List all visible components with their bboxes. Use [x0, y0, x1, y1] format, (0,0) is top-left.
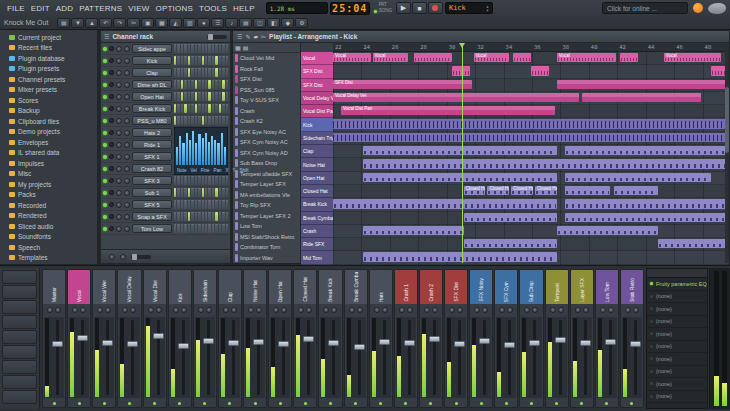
paste-icon[interactable]: ▦ [155, 18, 168, 28]
browser-item-templates[interactable]: Templates [0, 253, 97, 264]
step-cell[interactable] [181, 104, 183, 113]
step-cell[interactable] [222, 92, 224, 101]
step-cell[interactable] [202, 68, 204, 77]
step-cell[interactable] [181, 68, 183, 77]
step-cell[interactable] [208, 104, 210, 113]
step-cell[interactable] [188, 80, 190, 89]
step-cell[interactable] [198, 224, 200, 233]
browser-item-recorded[interactable]: Recorded [0, 200, 97, 211]
step-cell[interactable] [195, 224, 197, 233]
step-cell[interactable] [177, 116, 179, 125]
step-cell[interactable] [191, 104, 193, 113]
step-cell[interactable] [198, 80, 200, 89]
pattern-clip[interactable]: Vocal [664, 53, 721, 62]
pattern-clip[interactable] [333, 199, 464, 208]
step-cell[interactable] [226, 188, 228, 197]
picker-item-sfx-cym-noisy-ac[interactable]: SFX Cym Noisy AC [233, 137, 300, 148]
fx-slot-8[interactable]: (none) [647, 366, 707, 379]
track-name-button[interactable]: Break Kick [301, 198, 333, 211]
fx-slot-led[interactable] [650, 282, 653, 285]
step-cell[interactable] [215, 212, 217, 221]
step-cell[interactable] [188, 68, 190, 77]
channel-pan-knob[interactable] [116, 178, 122, 184]
channel-enable-led[interactable] [103, 119, 107, 123]
mixer-strip-break-cymbal[interactable]: Break Cymbal [344, 269, 368, 408]
channel-enable-led[interactable] [103, 47, 107, 51]
draw-tool-icon[interactable]: ✎ [245, 33, 250, 40]
channel-mute-button[interactable] [109, 154, 114, 159]
pattern-clip[interactable] [464, 239, 557, 248]
channel-pan-knob[interactable] [116, 70, 122, 76]
strip-mute-led[interactable] [470, 399, 492, 407]
channel-mute-button[interactable] [109, 106, 114, 111]
menu-add[interactable]: ADD [53, 4, 77, 13]
picker-item-combinator-tom[interactable]: Combinator Tom [233, 242, 300, 253]
fx-slot-10[interactable]: (none) [647, 391, 707, 404]
strip-fader-handle[interactable] [605, 339, 616, 345]
track-name-button[interactable]: Kick [301, 118, 333, 131]
browser-item-il-shared-data[interactable]: IL shared data [0, 148, 97, 159]
strip-pan-knob[interactable] [550, 307, 556, 313]
graph-bar[interactable] [205, 133, 207, 165]
step-cell[interactable] [202, 116, 204, 125]
picker-item-pss-sun-085[interactable]: PSS_Sun 085 [233, 85, 300, 96]
strip-stereo-knob[interactable] [306, 307, 312, 313]
browser-item-scores[interactable]: Scores [0, 95, 97, 106]
mixer-strip-open-hat[interactable]: Open Hat [268, 269, 292, 408]
channel-name-button[interactable]: Sidec appe [132, 44, 172, 53]
track-lane[interactable] [333, 158, 729, 171]
step-cell[interactable] [215, 92, 217, 101]
pattern-selector[interactable]: Kick ▴▾ [445, 2, 493, 14]
picker-item-crash-k2[interactable]: Crash K2 [233, 116, 300, 127]
mixer-strip-crash-1[interactable]: Crash 1 [394, 269, 418, 408]
step-cell[interactable] [212, 56, 214, 65]
strip-stereo-knob[interactable] [633, 307, 639, 313]
step-cell[interactable] [177, 68, 179, 77]
strip-mute-led[interactable] [93, 399, 115, 407]
strip-mute-led[interactable] [169, 399, 191, 407]
step-cell[interactable] [198, 188, 200, 197]
strip-mute-led[interactable] [345, 399, 367, 407]
step-cell[interactable] [188, 104, 190, 113]
step-cell[interactable] [174, 80, 176, 89]
stop-button[interactable]: ■ [412, 2, 427, 14]
mixer-strip-sfx-cym[interactable]: SFX Cym [494, 269, 518, 408]
step-cell[interactable] [212, 44, 214, 53]
step-cell[interactable] [195, 68, 197, 77]
rack-menu-icon[interactable]: ☰ [104, 33, 109, 40]
strip-stereo-knob[interactable] [181, 307, 187, 313]
graph-bar[interactable] [202, 138, 204, 165]
track-lane[interactable] [333, 198, 729, 211]
fx-slot-led[interactable] [650, 382, 653, 385]
step-cell[interactable] [219, 68, 221, 77]
strip-stereo-knob[interactable] [130, 307, 136, 313]
track-lane[interactable]: Closed HatClosed HatClosed HatClosed Hat [333, 185, 729, 198]
step-cell[interactable] [208, 92, 210, 101]
picker-item-sfx-eye-noisy-ac[interactable]: SFX Eye Noisy AC [233, 127, 300, 138]
swing-slider[interactable] [207, 35, 227, 39]
browser-item-channel-presets[interactable]: Channel presets [0, 74, 97, 85]
fx-slot-led[interactable] [650, 295, 653, 298]
graph-bar[interactable] [208, 142, 210, 165]
mixer-strip-crash-2[interactable]: Crash 2 [419, 269, 443, 408]
pattern-clip[interactable]: Closed Hat [464, 186, 486, 195]
mixer-strip-noise-hat[interactable]: Noise Hat [243, 269, 267, 408]
channel-name-button[interactable]: Ride 1 [132, 140, 172, 149]
pattern-clip[interactable] [363, 146, 557, 155]
step-cell[interactable] [177, 212, 179, 221]
picker-item-rock-fall[interactable]: Rock Fall [233, 64, 300, 75]
step-cell[interactable] [188, 56, 190, 65]
step-cell[interactable] [222, 188, 224, 197]
picker-item-temper-layer-sfx[interactable]: Temper Layer SFX [233, 179, 300, 190]
strip-mute-led[interactable] [495, 399, 517, 407]
channel-enable-led[interactable] [103, 191, 107, 195]
pattern-clip[interactable] [363, 159, 729, 168]
channel-volume-knob[interactable] [124, 130, 130, 136]
step-cell[interactable] [205, 92, 207, 101]
strip-mute-led[interactable] [571, 399, 593, 407]
strip-pan-knob[interactable] [449, 307, 455, 313]
strip-stereo-knob[interactable] [156, 307, 162, 313]
channel-volume-knob[interactable] [124, 58, 130, 64]
channel-volume-knob[interactable] [124, 142, 130, 148]
channel-name-button[interactable]: Break Kick [132, 104, 172, 113]
